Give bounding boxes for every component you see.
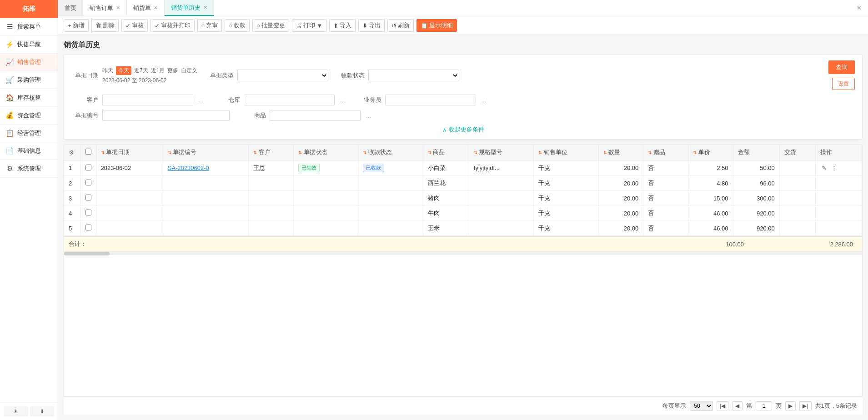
abandon-button[interactable]: ○ 弃审 <box>197 19 222 32</box>
operations-icon: 📋 <box>5 129 14 137</box>
print-button[interactable]: 🖨 打印 ▼ <box>292 19 326 32</box>
tab-bar-close-all[interactable]: ✕ <box>850 5 868 11</box>
salesperson-input[interactable] <box>385 95 476 105</box>
col-customer[interactable]: ⇅ 客户 <box>249 145 294 160</box>
first-page-button[interactable]: |◀ <box>717 401 728 410</box>
tab-sales-order[interactable]: 销售订单 ✕ <box>83 0 127 16</box>
sidebar-item-operations[interactable]: 📋 经营管理 <box>0 125 58 142</box>
doctype-select[interactable] <box>237 70 328 81</box>
show-detail-button[interactable]: 📋 显示明细 <box>416 19 457 32</box>
sidebar-item-sales-mgmt[interactable]: 📈 销售管理 <box>0 54 58 71</box>
last-page-button[interactable]: ▶| <box>799 401 811 410</box>
col-doc-date[interactable]: ⇅ 单据日期 <box>96 145 163 160</box>
sidebar-sun-button[interactable]: ☀ <box>4 406 28 416</box>
row-checkbox[interactable] <box>85 225 91 230</box>
docnumber-input[interactable] <box>102 110 230 121</box>
sidebar-item-finance[interactable]: 💰 资金管理 <box>0 107 58 125</box>
warehouse-dots[interactable]: ... <box>340 97 345 104</box>
total-info: 共1页，5条记录 <box>815 402 857 410</box>
row-checkbox-cell[interactable] <box>80 160 96 176</box>
sidebar-item-quick-nav[interactable]: ⚡ 快捷导航 <box>0 36 58 54</box>
col-checkbox[interactable] <box>80 145 96 160</box>
payment-status-select[interactable] <box>368 70 459 81</box>
tab-sales-goods[interactable]: 销货单 ✕ <box>127 0 165 16</box>
tab-sales-history-close[interactable]: ✕ <box>203 5 207 10</box>
collapse-button[interactable]: ∧ 收起更多条件 <box>71 125 855 134</box>
select-all-checkbox[interactable] <box>85 149 91 155</box>
row-checkbox[interactable] <box>85 165 91 170</box>
prev-page-button[interactable]: ◀ <box>732 401 743 410</box>
page-input[interactable] <box>756 401 772 410</box>
tab-sales-history[interactable]: 销货单历史 ✕ <box>165 0 214 16</box>
doc-number-link[interactable]: SA-20230602-0 <box>168 165 209 171</box>
date-opt-today[interactable]: 今天 <box>116 66 131 75</box>
date-opt-custom[interactable]: 自定义 <box>181 67 197 75</box>
warehouse-input[interactable] <box>244 95 335 105</box>
tab-home[interactable]: 首页 <box>58 0 83 16</box>
export-button[interactable]: ⬇ 导出 <box>358 19 385 32</box>
row-product: 猪肉 <box>423 191 469 206</box>
delete-button[interactable]: 🗑 删除 <box>91 19 119 32</box>
sidebar-item-search-menu[interactable]: ☰ 搜索菜单 <box>0 18 58 36</box>
col-unit-price[interactable]: ⇅ 单价 <box>688 145 733 160</box>
col-settings[interactable]: ⚙ <box>64 145 80 160</box>
product-dots[interactable]: ... <box>366 112 371 119</box>
more-action-icon[interactable]: ⋮ <box>831 165 837 171</box>
edit-action-icon[interactable]: ✎ <box>822 165 827 171</box>
sidebar: 拓维 ☰ 搜索菜单 ⚡ 快捷导航 📈 销售管理 🛒 采购管理 🏠 库存核算 💰 … <box>0 0 58 420</box>
sidebar-item-inventory[interactable]: 🏠 库存核算 <box>0 89 58 107</box>
product-input[interactable] <box>270 110 361 121</box>
per-page-select[interactable]: 50 100 <box>690 401 713 411</box>
col-unit[interactable]: ⇅ 销售单位 <box>534 145 598 160</box>
sidebar-pause-button[interactable]: ⏸ <box>30 406 55 416</box>
date-opt-7days[interactable]: 近7天 <box>134 67 148 75</box>
add-button[interactable]: + 新增 <box>64 19 89 32</box>
col-spec[interactable]: ⇅ 规格型号 <box>469 145 533 160</box>
row-checkbox-cell[interactable] <box>80 191 96 206</box>
col-product[interactable]: ⇅ 商品 <box>423 145 469 160</box>
row-checkbox[interactable] <box>85 195 91 200</box>
sidebar-item-basic-info[interactable]: 📄 基础信息 <box>0 142 58 160</box>
audit-print-button[interactable]: ✓ 审核并打印 <box>151 19 195 32</box>
next-page-button[interactable]: ▶ <box>785 401 796 410</box>
customer-input[interactable] <box>102 95 193 105</box>
col-doc-status[interactable]: ⇅ 单据状态 <box>294 145 358 160</box>
batch-change-icon: ○ <box>256 22 260 29</box>
row-product: 西兰花 <box>423 176 469 191</box>
col-gift[interactable]: ⇅ 赠品 <box>643 145 688 160</box>
row-checkbox[interactable] <box>85 180 91 185</box>
date-opt-more[interactable]: 更多 <box>167 67 178 75</box>
filter-warehouse-group: 仓库 ... <box>213 95 345 105</box>
row-quantity: 20.00 <box>598 160 643 176</box>
tab-sales-goods-close[interactable]: ✕ <box>154 5 158 11</box>
customer-dots[interactable]: ... <box>199 97 204 104</box>
date-opt-1month[interactable]: 近1月 <box>151 67 165 75</box>
col-payment-status[interactable]: ⇅ 收款状态 <box>358 145 423 160</box>
tab-sales-goods-label: 销货单 <box>133 4 151 12</box>
query-button[interactable]: 查询 <box>828 60 855 74</box>
row-checkbox[interactable] <box>85 210 91 215</box>
date-opt-yesterday[interactable]: 昨天 <box>102 67 113 75</box>
date-filter: 昨天 今天 近7天 近1月 更多 自定义 2023-06-02 至 2023-0… <box>102 66 197 85</box>
table-row: 2 西兰花 千克 20.00 否 4.80 96.00 <box>64 176 862 191</box>
import-button[interactable]: ⬆ 导入 <box>329 19 356 32</box>
refresh-button[interactable]: ↺ 刷新 <box>387 19 414 32</box>
sidebar-item-system-mgmt[interactable]: ⚙ 系统管理 <box>0 160 58 178</box>
footer-label: 合计： <box>69 240 96 248</box>
scrollbar-thumb[interactable] <box>64 252 110 255</box>
collect-button[interactable]: ○ 收款 <box>225 19 250 32</box>
row-customer <box>249 191 294 206</box>
row-checkbox-cell[interactable] <box>80 206 96 221</box>
audit-button[interactable]: ✓ 审核 <box>121 19 148 32</box>
batch-change-button[interactable]: ○ 批量变更 <box>252 19 289 32</box>
salesperson-dots[interactable]: ... <box>482 97 487 104</box>
sidebar-item-purchase-mgmt[interactable]: 🛒 采购管理 <box>0 71 58 89</box>
payment-status-badge: 已收款 <box>363 164 384 172</box>
row-checkbox-cell[interactable] <box>80 221 96 236</box>
row-checkbox-cell[interactable] <box>80 176 96 191</box>
settings-button[interactable]: 设置 <box>832 78 855 90</box>
col-doc-number[interactable]: ⇅ 单据编号 <box>163 145 249 160</box>
tab-sales-order-close[interactable]: ✕ <box>116 5 120 11</box>
horizontal-scrollbar[interactable] <box>64 251 862 255</box>
col-quantity[interactable]: ⇅ 数量 <box>598 145 643 160</box>
